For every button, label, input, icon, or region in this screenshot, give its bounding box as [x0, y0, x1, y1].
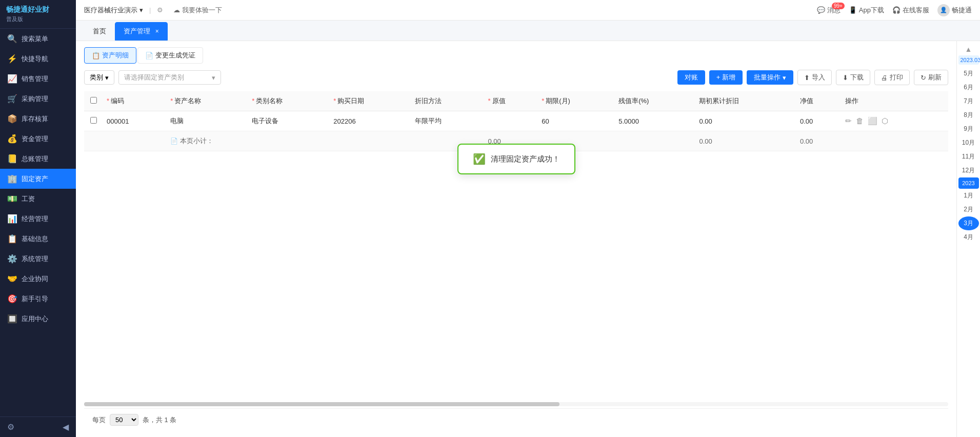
th-checkbox: [84, 91, 103, 111]
row-category: 电子设备: [248, 111, 329, 131]
period-month[interactable]: 1月: [958, 189, 979, 203]
app-center-icon: 🔲: [7, 314, 17, 324]
th-purchase-date: *购买日期: [329, 91, 411, 111]
import-button[interactable]: ⬆ 导入: [797, 70, 832, 85]
settings-gear-icon[interactable]: ⚙: [157, 6, 163, 14]
sidebar-item-label: 采购管理: [22, 94, 48, 104]
category-input[interactable]: 请选择固定资产类别 ▾: [118, 70, 221, 85]
sidebar-item-label: 资金管理: [22, 134, 48, 144]
app-download-btn[interactable]: 📱 App下载: [849, 6, 884, 15]
company-name: 医疗器械行业演示: [84, 6, 137, 15]
period-month[interactable]: 11月: [958, 150, 979, 164]
period-month[interactable]: 7月: [958, 94, 979, 108]
more-icon[interactable]: ⬡: [882, 116, 888, 126]
right-panel: ▲ 2023.03 5月6月7月8月9月10月11月12月20231月2月3月4…: [956, 41, 980, 437]
tab-close-icon[interactable]: ×: [155, 28, 159, 35]
sidebar-item-label: 库存核算: [22, 114, 48, 124]
sidebar-item-capital[interactable]: 💰资金管理: [0, 129, 76, 149]
refresh-button[interactable]: ↻ 刷新: [914, 70, 948, 85]
online-service-btn[interactable]: 🎧 在线客服: [892, 6, 929, 15]
new-button[interactable]: + 新增: [709, 70, 743, 85]
download-button[interactable]: ⬇ 下载: [836, 70, 870, 85]
print-label: 打印: [890, 73, 903, 82]
period-month[interactable]: 6月: [958, 81, 979, 94]
period-month[interactable]: 5月: [958, 67, 979, 81]
success-toast: ✅ 清理固定资产成功！: [457, 144, 575, 174]
import-label: 导入: [812, 73, 825, 82]
period-month[interactable]: 2月: [958, 203, 979, 216]
th-category: *类别名称: [248, 91, 329, 111]
sidebar-item-label: 销售管理: [22, 74, 48, 84]
messages-btn[interactable]: 💬 消息 99+: [817, 6, 841, 15]
sidebar-item-payroll[interactable]: 💵工资: [0, 189, 76, 209]
fixed-assets-icon: 🏢: [7, 174, 17, 184]
scrollbar-thumb[interactable]: [84, 402, 559, 406]
dropdown-icon: ▾: [212, 74, 215, 82]
sidebar-footer: ⚙ ◀: [0, 416, 76, 437]
reconcile-button[interactable]: 对账: [677, 70, 705, 85]
category-label: 类别: [90, 73, 103, 82]
sidebar-item-basic-info[interactable]: 📋基础信息: [0, 229, 76, 249]
tab-home[interactable]: 首页: [84, 22, 115, 41]
phone-icon: 📱: [849, 6, 857, 14]
sidebar-item-cooperation[interactable]: 🤝企业协同: [0, 269, 76, 289]
period-up-icon[interactable]: ▲: [965, 45, 972, 53]
sidebar-item-purchase[interactable]: 🛒采购管理: [0, 89, 76, 109]
settings-icon[interactable]: ⚙: [7, 422, 14, 432]
sidebar-item-quick-nav[interactable]: ⚡快捷导航: [0, 49, 76, 69]
toast-message: 清理固定资产成功！: [491, 154, 560, 164]
period-month[interactable]: 9月: [958, 122, 979, 136]
period-month[interactable]: 3月: [958, 216, 979, 230]
sidebar-item-ledger[interactable]: 📒总账管理: [0, 149, 76, 169]
sidebar-item-fixed-assets[interactable]: 🏢固定资产: [0, 169, 76, 189]
row-checkbox-cell: [84, 111, 103, 131]
th-net-value: 净值: [796, 91, 841, 111]
operations-icon: 📊: [7, 214, 17, 224]
sidebar-item-guide[interactable]: 🎯新手引导: [0, 289, 76, 309]
delete-icon[interactable]: 🗑: [856, 116, 864, 126]
row-actions: ✏ 🗑 ⬜ ⬡: [841, 111, 948, 131]
collapse-icon[interactable]: ◀: [63, 422, 69, 432]
subtotal-initial: 0.00: [695, 131, 796, 151]
sidebar-item-inventory[interactable]: 📦库存核算: [0, 109, 76, 129]
sidebar-item-app-center[interactable]: 🔲应用中心: [0, 309, 76, 329]
period-month[interactable]: 4月: [958, 230, 979, 244]
sidebar-item-label: 应用中心: [22, 314, 48, 324]
user-profile-btn[interactable]: 👤 畅捷通: [937, 4, 972, 16]
sub-tab-asset-detail[interactable]: 📋 资产明细: [84, 47, 136, 64]
subtotal-label-cell: 📄 本页小计：: [166, 131, 484, 151]
period-month[interactable]: 8月: [958, 108, 979, 122]
per-page-select[interactable]: 50100200: [110, 414, 138, 426]
period-month[interactable]: 10月: [958, 136, 979, 150]
company-selector[interactable]: 医疗器械行业演示 ▾: [84, 6, 143, 15]
edit-icon[interactable]: ✏: [845, 116, 852, 126]
row-checkbox[interactable]: [90, 117, 97, 124]
sub-tab-voucher[interactable]: 📄 变更生成凭证: [137, 47, 203, 64]
sidebar-item-operations[interactable]: 📊经营管理: [0, 209, 76, 229]
batch-label: 批量操作: [754, 73, 781, 82]
sidebar-item-search[interactable]: 🔍搜索菜单: [0, 29, 76, 49]
chevron-down-icon: ▾: [105, 74, 109, 82]
sidebar-item-label: 固定资产: [22, 174, 48, 184]
sidebar-item-system[interactable]: ⚙️系统管理: [0, 249, 76, 269]
refresh-icon: ↻: [921, 74, 926, 82]
success-checkmark-icon: ✅: [473, 153, 486, 165]
select-all-checkbox[interactable]: [90, 97, 97, 104]
period-month[interactable]: 12月: [958, 164, 979, 177]
tab-assets[interactable]: 资产管理 ×: [115, 22, 168, 41]
row-period: 60: [537, 111, 614, 131]
app-download-label: App下载: [859, 6, 884, 15]
th-original-value: *原值: [484, 91, 538, 111]
total-label: 条，共 1 条: [143, 415, 176, 425]
download-icon: ⬇: [843, 74, 848, 82]
subtotal-empty-2: [103, 131, 166, 151]
horizontal-scrollbar[interactable]: [84, 402, 948, 406]
period-year[interactable]: 2023: [958, 177, 979, 189]
experience-btn[interactable]: ☁ 我要体验一下: [173, 6, 222, 15]
sidebar-item-sales[interactable]: 📈销售管理: [0, 69, 76, 89]
print-button[interactable]: 🖨 打印: [874, 70, 910, 85]
copy-icon[interactable]: ⬜: [868, 116, 877, 126]
table-row: 000001 电脑 电子设备 202206 年限平均 60 5.0000 0.0…: [84, 111, 948, 131]
batch-button[interactable]: 批量操作 ▾: [747, 70, 793, 85]
category-filter[interactable]: 类别 ▾: [84, 70, 114, 85]
